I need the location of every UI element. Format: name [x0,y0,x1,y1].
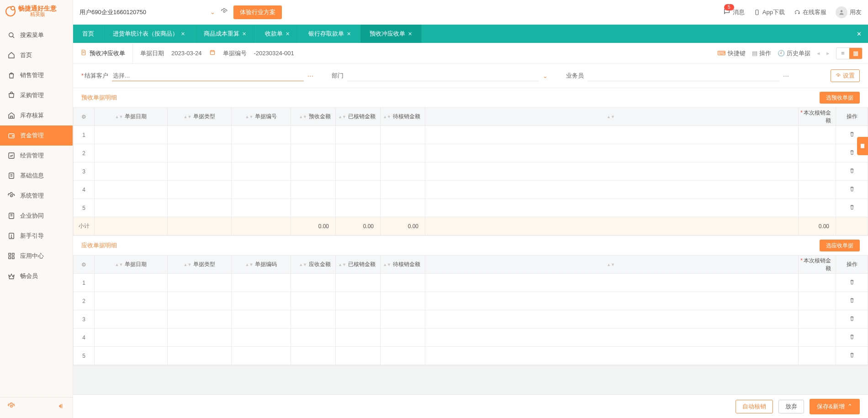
form-settings-button[interactable]: 设置 [831,69,860,82]
view-cards-icon[interactable]: ▦ [849,48,862,59]
sales-input[interactable] [587,70,779,81]
sidebar-item-list[interactable]: 基础信息 [0,166,73,186]
operate-link[interactable]: ▤操作 [752,49,771,57]
trial-button[interactable]: 体验行业方案 [233,5,282,19]
sidebar-item-bag[interactable]: 销售管理 [0,65,73,85]
col-settings-icon[interactable]: ⚙ [81,261,86,268]
row-delete[interactable] [836,162,868,181]
table-row[interactable]: 5 [74,347,868,365]
tenant-select[interactable]: 用户690企业1660120750 ⌄ [79,8,215,16]
row-delete[interactable] [836,199,868,217]
row-delete[interactable] [836,181,868,199]
sidebar-item-org[interactable]: 企业协同 [0,206,73,226]
sidebar-item-search[interactable]: 搜索菜单 [0,25,73,45]
tab[interactable]: 进货单统计表（按商品）✕ [104,25,195,43]
col-used[interactable]: ▲▼已核销金额 [336,108,381,126]
select-prereceipt-button[interactable]: 选预收单据 [820,92,860,104]
row-delete[interactable] [836,347,868,365]
sidebar-item-chart[interactable]: 经营管理 [0,146,73,166]
user-menu[interactable]: 用友 [836,6,862,18]
chevron-up-icon: ⌃ [847,403,852,410]
sidebar-item-home[interactable]: 首页 [0,45,73,65]
app-download-link[interactable]: App下载 [754,8,785,16]
table-row[interactable]: 1 [74,274,868,292]
chart-icon [7,152,16,160]
sidebar-item-wallet[interactable]: 资金管理 [0,125,73,146]
tabs-close-all[interactable]: ✕ [850,25,868,43]
sidebar-item-cart[interactable]: 采购管理 [0,85,73,105]
svg-point-8 [11,237,12,238]
col-spacer[interactable]: ▲▼ [425,108,799,126]
close-icon[interactable]: ✕ [242,31,246,37]
view-toggle: ≡ ▦ [836,47,863,59]
table-row[interactable]: 2 [74,292,868,310]
page-scroll[interactable]: 预收单据明细 选预收单据 ⚙ ▲▼单据日期 ▲▼单据类型 ▲▼单据编号 ▲▼预收… [73,88,868,418]
settings-icon[interactable] [7,402,16,412]
sales-more-icon[interactable]: ⋯ [783,73,789,79]
dept-dropdown-icon[interactable]: ⌄ [543,73,548,79]
calendar-icon[interactable] [209,49,216,57]
row-delete[interactable] [836,292,868,310]
sidebar: 畅捷通好生意 精英版 搜索菜单首页销售管理采购管理库存核算资金管理经营管理基础信… [0,0,73,418]
table-row[interactable]: 4 [74,181,868,199]
close-icon[interactable]: ✕ [408,31,412,37]
table-row[interactable]: 2 [74,144,868,162]
sidebar-item-warehouse[interactable]: 库存核算 [0,105,73,125]
messages-link[interactable]: 消息 [723,8,745,16]
auto-writeoff-button[interactable]: 自动核销 [736,400,773,413]
table-row[interactable]: 3 [74,310,868,329]
prev-icon[interactable]: ◂ [817,50,820,57]
tab[interactable]: 首页 [73,25,104,43]
col-type[interactable]: ▲▼单据类型 [168,108,232,126]
table-prereceipt: ⚙ ▲▼单据日期 ▲▼单据类型 ▲▼单据编号 ▲▼预收金额 ▲▼已核销金额 ▲▼… [73,107,868,235]
table-row[interactable]: 5 [74,199,868,217]
customer-more-icon[interactable]: ⋯ [307,73,313,79]
table-row[interactable]: 4 [74,329,868,347]
cart-icon [7,91,16,99]
tab[interactable]: 银行存取款单✕ [299,25,360,43]
tab[interactable]: 商品成本重算✕ [195,25,256,43]
sidebar-item-gear[interactable]: 系统管理 [0,186,73,206]
customer-input[interactable] [112,70,304,81]
online-service-link[interactable]: 在线客服 [794,8,826,16]
sidebar-item-label: 企业协同 [20,212,44,220]
gear-icon [7,192,16,200]
tab[interactable]: 预收冲应收单✕ [360,25,422,43]
tab[interactable]: 收款单✕ [256,25,299,43]
row-delete[interactable] [836,274,868,292]
shortcut-link[interactable]: ⌨快捷键 [717,49,746,57]
save-new-button[interactable]: 保存&新增⌃ [810,399,860,414]
doc-date[interactable]: 2023-03-24 [171,50,202,57]
next-icon[interactable]: ▸ [826,50,830,57]
collapse-icon[interactable] [57,402,65,412]
dept-input[interactable] [347,70,539,81]
sidebar-item-guide[interactable]: 新手引导 [0,226,73,246]
section-receivable: 应收单据明细 选应收单据 ⚙ ▲▼单据日期 ▲▼单据类型 ▲▼单据编码 ▲▼应收… [73,236,868,366]
table-row[interactable]: 1 [74,126,868,144]
col-settings-icon[interactable]: ⚙ [81,114,86,120]
message-icon [723,8,730,16]
col-code[interactable]: ▲▼单据编号 [232,108,291,126]
col-date[interactable]: ▲▼单据日期 [95,108,168,126]
col-amt[interactable]: ▲▼预收金额 [291,108,336,126]
close-icon[interactable]: ✕ [286,31,290,37]
discard-button[interactable]: 放弃 [778,400,804,413]
table-row[interactable]: 3 [74,162,868,181]
keyboard-icon: ⌨ [717,50,726,57]
row-delete[interactable] [836,329,868,347]
section1-title: 预收单据明细 [81,94,117,102]
right-drawer-handle[interactable] [857,137,868,155]
col-pending[interactable]: ▲▼待核销金额 [381,108,425,126]
tenant-settings-icon[interactable] [221,8,228,16]
history-link[interactable]: 🕘历史单据 [778,49,810,57]
sidebar-item-apps[interactable]: 应用中心 [0,246,73,266]
tenant-name: 用户690企业1660120750 [79,8,146,16]
close-icon[interactable]: ✕ [347,31,351,37]
view-lines-icon[interactable]: ≡ [836,48,849,59]
col-this: *本次核销金额 [799,108,836,126]
row-delete[interactable] [836,310,868,329]
svg-rect-12 [12,257,15,259]
close-icon[interactable]: ✕ [181,31,185,37]
select-receivable-button[interactable]: 选应收单据 [820,240,860,251]
sidebar-item-vip[interactable]: 畅会员 [0,266,73,286]
